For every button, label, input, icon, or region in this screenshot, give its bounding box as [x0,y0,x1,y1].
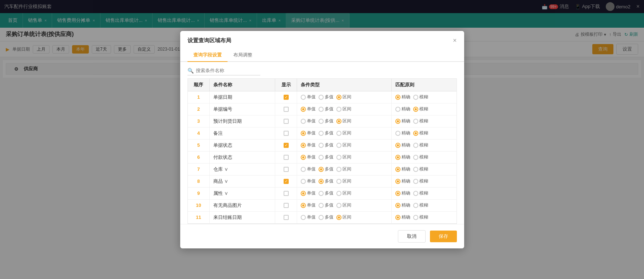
save-button[interactable]: 保存 [430,231,457,242]
type-radio-item[interactable]: 单值 [301,154,316,160]
type-radio-item[interactable]: 区间 [336,154,351,160]
type-radio-item[interactable]: 多值 [319,190,333,196]
match-radio-item[interactable]: 模糊 [413,94,428,100]
match-radio-item[interactable]: 模糊 [413,190,428,196]
display-checkbox[interactable] [279,119,293,124]
modal-header: 设置查询区域布局 × [180,31,464,44]
match-radio-item[interactable]: 模糊 [413,142,428,148]
match-radio-item[interactable]: 精确 [395,166,410,172]
row-order: 3 [197,118,200,124]
row-name: 商品 ∨ [210,175,275,187]
type-radio-item[interactable]: 区间 [336,118,351,124]
type-radio-item[interactable]: 多值 [319,154,333,160]
tab-query-field-settings[interactable]: 查询字段设置 [187,49,228,62]
match-radio-group: 精确模糊 [395,154,453,160]
display-checkbox[interactable] [279,131,293,136]
match-radio-item[interactable]: 模糊 [413,154,428,160]
type-radio-item[interactable]: 区间 [336,178,351,184]
type-radio-item[interactable]: 多值 [319,130,333,136]
row-name: 单据日期 [210,91,275,103]
type-radio-item[interactable]: 单值 [301,130,316,136]
display-checkbox[interactable] [279,215,293,220]
type-radio-item[interactable]: 单值 [301,118,316,124]
th-condition-name: 条件名称 [210,79,275,91]
match-radio-item[interactable]: 精确 [395,178,410,184]
modal-close-button[interactable]: × [453,37,457,44]
row-order: 5 [197,142,200,148]
display-checkbox[interactable] [279,167,293,172]
match-radio-item[interactable]: 模糊 [413,130,428,136]
row-order: 2 [197,106,200,112]
type-radio-item[interactable]: 区间 [336,166,351,172]
display-checkbox[interactable]: ✓ [279,95,293,100]
match-radio-item[interactable]: 精确 [395,106,410,112]
display-checkbox[interactable]: ✓ [279,143,293,148]
type-radio-item[interactable]: 多值 [319,118,333,124]
match-radio-item[interactable]: 精确 [395,130,410,136]
type-radio-item[interactable]: 多值 [319,214,333,220]
type-radio-item[interactable]: 多值 [319,166,333,172]
type-radio-item[interactable]: 区间 [336,202,351,208]
match-radio-item[interactable]: 精确 [395,190,410,196]
row-order: 10 [196,203,201,208]
type-radio-item[interactable]: 单值 [301,142,316,148]
type-radio-item[interactable]: 单值 [301,190,316,196]
row-name: 单据状态 [210,139,275,151]
type-radio-item[interactable]: 单值 [301,214,316,220]
th-order: 顺序 [188,79,210,91]
match-radio-item[interactable]: 模糊 [413,214,428,220]
match-radio-item[interactable]: 模糊 [413,178,428,184]
type-radio-item[interactable]: 多值 [319,202,333,208]
type-radio-item[interactable]: 区间 [336,130,351,136]
search-icon: 🔍 [187,68,194,74]
type-radio-item[interactable]: 区间 [336,214,351,220]
type-radio-group: 单值多值区间 [301,154,388,160]
type-radio-group: 单值多值区间 [301,118,388,124]
type-radio-item[interactable]: 多值 [319,142,333,148]
display-checkbox[interactable] [279,203,293,208]
row-order: 4 [197,130,200,136]
row-order: 7 [197,166,200,172]
row-order: 1 [197,94,200,100]
match-radio-group: 精确模糊 [395,118,453,124]
settings-modal: 设置查询区域布局 × 查询字段设置 布局调整 🔍 顺序 [180,31,464,248]
match-radio-group: 精确模糊 [395,166,453,172]
type-radio-item[interactable]: 多值 [319,94,333,100]
match-radio-item[interactable]: 模糊 [413,202,428,208]
type-radio-item[interactable]: 区间 [336,106,351,112]
type-radio-item[interactable]: 单值 [301,94,316,100]
type-radio-item[interactable]: 区间 [336,94,351,100]
match-radio-item[interactable]: 精确 [395,154,410,160]
display-checkbox[interactable] [279,191,293,196]
match-radio-item[interactable]: 模糊 [413,106,428,112]
match-radio-item[interactable]: 精确 [395,214,410,220]
modal-title: 设置查询区域布局 [187,37,231,44]
match-radio-item[interactable]: 精确 [395,142,410,148]
tab-layout-adjustment[interactable]: 布局调整 [228,49,258,62]
match-radio-item[interactable]: 模糊 [413,166,428,172]
th-display: 显示 [275,79,297,91]
row-name: 属性 ∨ [210,187,275,199]
type-radio-item[interactable]: 单值 [301,166,316,172]
match-radio-item[interactable]: 模糊 [413,118,428,124]
type-radio-item[interactable]: 区间 [336,190,351,196]
display-checkbox[interactable]: ✓ [279,179,293,184]
type-radio-item[interactable]: 多值 [319,178,333,184]
search-input[interactable] [196,68,254,73]
type-radio-item[interactable]: 多值 [319,106,333,112]
type-radio-group: 单值多值区间 [301,202,388,208]
type-radio-item[interactable]: 单值 [301,202,316,208]
display-checkbox[interactable] [279,107,293,112]
tab-layout-label: 布局调整 [233,52,252,58]
cancel-button[interactable]: 取消 [398,230,426,243]
match-radio-item[interactable]: 精确 [395,94,410,100]
match-radio-item[interactable]: 精确 [395,118,410,124]
match-radio-group: 精确模糊 [395,130,453,136]
type-radio-item[interactable]: 区间 [336,142,351,148]
display-checkbox[interactable] [279,155,293,160]
type-radio-item[interactable]: 单值 [301,106,316,112]
row-name: 备注 [210,127,275,139]
type-radio-item[interactable]: 单值 [301,178,316,184]
match-radio-item[interactable]: 精确 [395,202,410,208]
match-radio-group: 精确模糊 [395,202,453,208]
